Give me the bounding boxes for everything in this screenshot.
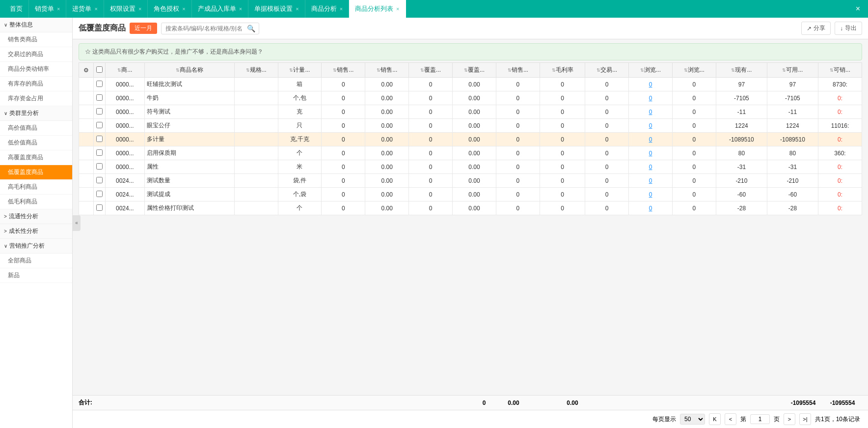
row-select-checkbox[interactable]: [96, 204, 103, 211]
nav-role-auth[interactable]: 角色授权 ×: [148, 0, 191, 18]
col-header-sales-qty[interactable]: ⇅销售...: [322, 63, 365, 78]
sidebar-section-growth[interactable]: > 成长性分析: [0, 224, 72, 239]
browse-link[interactable]: 0: [649, 136, 652, 143]
col-header-sales3[interactable]: ⇅销售...: [496, 63, 540, 78]
sidebar-item-high-value[interactable]: 高价值商品: [0, 121, 72, 136]
nav-sales-order[interactable]: 销货单 ×: [29, 0, 66, 18]
col-header-name[interactable]: ⇅商品名称: [144, 63, 234, 78]
browse-link[interactable]: 0: [649, 150, 652, 157]
nav-home[interactable]: 首页: [4, 0, 29, 18]
col-header-browse1[interactable]: ⇅浏览...: [629, 63, 673, 78]
row-settings[interactable]: [79, 133, 94, 146]
row-browse1[interactable]: 0: [629, 174, 673, 188]
date-filter-button[interactable]: 近一月: [130, 23, 157, 34]
export-button[interactable]: ↓ 导出: [835, 22, 862, 35]
row-select-checkbox[interactable]: [96, 136, 103, 142]
browse-link[interactable]: 0: [649, 205, 652, 212]
first-page-button[interactable]: K: [709, 413, 721, 425]
row-settings[interactable]: [79, 146, 94, 160]
nav-product-analysis-list[interactable]: 商品分析列表 ×: [349, 0, 406, 18]
sidebar-section-cluster[interactable]: ∨ 类群里分析: [0, 106, 72, 121]
sidebar-collapse-button[interactable]: «: [73, 215, 81, 231]
col-header-spec[interactable]: ⇅规格...: [234, 63, 278, 78]
nav-template-settings[interactable]: 单据模板设置 ×: [248, 0, 305, 18]
share-button[interactable]: ↗ 分享: [801, 22, 831, 35]
close-icon[interactable]: ×: [182, 6, 185, 12]
close-icon[interactable]: ×: [138, 6, 141, 12]
sidebar-section-flow[interactable]: > 流通性分析: [0, 209, 72, 224]
row-select-checkbox[interactable]: [96, 177, 103, 183]
sidebar-item-low-margin[interactable]: 低毛利商品: [0, 195, 72, 209]
search-input[interactable]: [161, 23, 259, 34]
select-all-checkbox[interactable]: [96, 66, 103, 73]
row-checkbox[interactable]: [94, 133, 106, 146]
col-header-cov2[interactable]: ⇅覆盖...: [453, 63, 496, 78]
col-header-current[interactable]: ⇅现有...: [716, 63, 767, 78]
row-checkbox[interactable]: [94, 188, 106, 201]
nav-product-analysis[interactable]: 商品分析 ×: [305, 0, 349, 18]
sidebar-item-high-margin[interactable]: 高毛利商品: [0, 180, 72, 195]
row-select-checkbox[interactable]: [96, 81, 103, 87]
row-select-checkbox[interactable]: [96, 108, 103, 114]
browse-link[interactable]: 0: [649, 122, 652, 129]
row-select-checkbox[interactable]: [96, 163, 103, 170]
sidebar-section-marketing[interactable]: ∨ 营销推广分析: [0, 239, 72, 254]
sidebar-item-in-stock[interactable]: 有库存的商品: [0, 77, 72, 91]
row-checkbox[interactable]: [94, 201, 106, 215]
col-header-sellable[interactable]: ⇅可销...: [818, 63, 862, 78]
col-header-available[interactable]: ⇅可用...: [767, 63, 818, 78]
browse-link[interactable]: 0: [649, 109, 652, 115]
prev-page-button[interactable]: <: [725, 413, 736, 425]
row-settings[interactable]: [79, 188, 94, 201]
close-icon[interactable]: ×: [57, 6, 60, 12]
row-checkbox[interactable]: [94, 174, 106, 188]
nav-purchase-order[interactable]: 进货单 ×: [66, 0, 104, 18]
last-page-button[interactable]: >|: [799, 413, 811, 425]
row-checkbox[interactable]: [94, 146, 106, 160]
sidebar-item-capital[interactable]: 库存资金占用: [0, 91, 72, 106]
sidebar-item-sales-goods[interactable]: 销售类商品: [0, 32, 72, 47]
next-page-button[interactable]: >: [784, 413, 795, 425]
settings-column-header[interactable]: ⚙: [79, 63, 94, 78]
page-size-select[interactable]: 20 50 100: [680, 414, 705, 425]
sidebar-section-overall[interactable]: ∨ 整体信息: [0, 18, 72, 32]
row-settings[interactable]: [79, 160, 94, 174]
row-checkbox[interactable]: [94, 91, 106, 105]
sidebar-item-category-rate[interactable]: 商品分类动销率: [0, 62, 72, 77]
col-header-trade[interactable]: ⇅交易...: [585, 63, 629, 78]
row-select-checkbox[interactable]: [96, 122, 103, 128]
row-browse1[interactable]: 0: [629, 188, 673, 201]
sidebar-item-traded-goods[interactable]: 交易过的商品: [0, 47, 72, 62]
sidebar-item-new-goods[interactable]: 新品: [0, 268, 72, 283]
row-browse1[interactable]: 0: [629, 91, 673, 105]
row-select-checkbox[interactable]: [96, 149, 103, 156]
row-settings[interactable]: [79, 91, 94, 105]
row-checkbox[interactable]: [94, 119, 106, 133]
row-checkbox[interactable]: [94, 78, 106, 91]
browse-link[interactable]: 0: [649, 191, 652, 198]
row-browse1[interactable]: 0: [629, 119, 673, 133]
col-header-browse2[interactable]: ⇅浏览...: [672, 63, 716, 78]
row-settings[interactable]: [79, 78, 94, 91]
browse-link[interactable]: 0: [649, 81, 652, 88]
row-settings[interactable]: [79, 105, 94, 119]
page-number-input[interactable]: [750, 414, 770, 424]
browse-link[interactable]: 0: [649, 95, 652, 102]
browse-link[interactable]: 0: [649, 177, 652, 184]
row-select-checkbox[interactable]: [96, 191, 103, 197]
browse-link[interactable]: 0: [649, 164, 652, 171]
col-header-gross[interactable]: ⇅毛利率: [540, 63, 585, 78]
row-settings[interactable]: [79, 174, 94, 188]
close-icon[interactable]: ×: [94, 6, 97, 12]
col-header-unit[interactable]: ⇅计量...: [278, 63, 322, 78]
row-checkbox[interactable]: [94, 160, 106, 174]
col-header-sales-amt[interactable]: ⇅销售...: [365, 63, 409, 78]
row-checkbox[interactable]: [94, 105, 106, 119]
sidebar-item-all-goods[interactable]: 全部商品: [0, 254, 72, 268]
sidebar-item-low-coverage[interactable]: 低覆盖度商品: [0, 165, 72, 180]
col-header-cov1[interactable]: ⇅覆盖...: [409, 63, 453, 78]
row-select-checkbox[interactable]: [96, 94, 103, 101]
nav-product-entry[interactable]: 产成品入库单 ×: [192, 0, 248, 18]
window-close-button[interactable]: ×: [852, 4, 864, 13]
row-browse1[interactable]: 0: [629, 78, 673, 91]
